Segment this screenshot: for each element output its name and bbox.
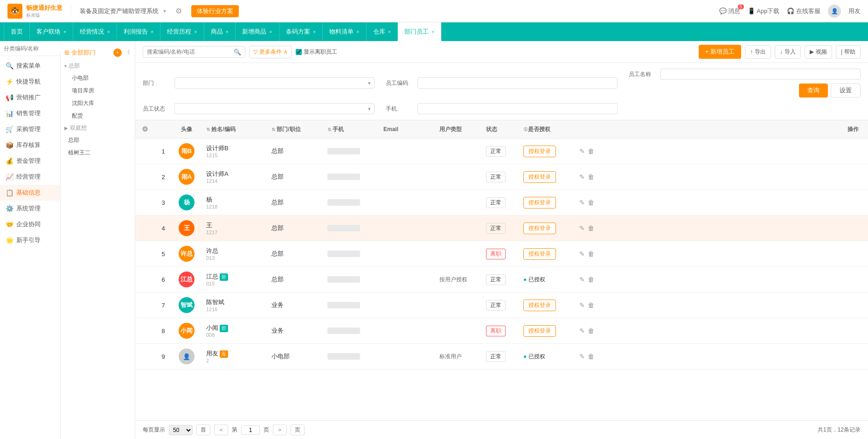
dept-item-shenyang[interactable]: 沈阳大库 bbox=[61, 97, 135, 110]
sidebar-item-marketing[interactable]: 📢 营销推广 bbox=[0, 90, 60, 105]
help-btn[interactable]: | 帮助 bbox=[836, 45, 861, 59]
last-page-btn[interactable]: 页 bbox=[291, 425, 305, 435]
close-icon[interactable]: × bbox=[313, 29, 316, 35]
nav-item-barcode[interactable]: 条码方案 × bbox=[279, 22, 323, 41]
show-resigned-cb[interactable]: 显示离职员工 bbox=[296, 48, 337, 56]
emp-status-select[interactable] bbox=[174, 103, 375, 114]
nav-item-profit[interactable]: 利润报告 × bbox=[117, 22, 160, 41]
close-icon[interactable]: × bbox=[63, 29, 66, 35]
close-icon[interactable]: × bbox=[388, 29, 391, 35]
settings-btn[interactable]: ⚙ bbox=[171, 4, 187, 18]
search-input[interactable] bbox=[147, 49, 232, 55]
phone-input[interactable] bbox=[417, 103, 618, 114]
set-btn[interactable]: 设置 bbox=[831, 84, 861, 98]
nav-item-bom[interactable]: 物料清单 × bbox=[323, 22, 366, 41]
edit-btn[interactable]: ✎ bbox=[579, 327, 585, 334]
delete-btn[interactable]: 🗑 bbox=[588, 353, 594, 360]
dept-select[interactable] bbox=[174, 77, 375, 89]
delete-btn[interactable]: 🗑 bbox=[588, 224, 594, 232]
dept-item-xiangmu[interactable]: 项目库房 bbox=[61, 84, 135, 97]
dept-item-zhishu[interactable]: 植树王二 bbox=[61, 146, 135, 159]
dept-group-zongbu[interactable]: ▾ 总部 bbox=[61, 60, 135, 72]
nav-item-history[interactable]: 经营历程 × bbox=[160, 22, 204, 41]
more-filter-btn[interactable]: ▽ 更多条件 ∧ bbox=[249, 46, 292, 58]
online-service-btn[interactable]: 🎧 在线客服 bbox=[787, 7, 820, 15]
delete-btn[interactable]: 🗑 bbox=[588, 250, 594, 258]
edit-btn[interactable]: ✎ bbox=[579, 250, 585, 258]
sidebar-item-search[interactable]: 🔍 搜索菜单 bbox=[0, 58, 60, 74]
dept-item-peihuo[interactable]: 配货 bbox=[61, 110, 135, 122]
prev-page-btn[interactable]: ＜ bbox=[214, 425, 228, 435]
nav-item-goods[interactable]: 商品 × bbox=[204, 22, 236, 41]
close-icon[interactable]: × bbox=[356, 29, 359, 35]
nav-item-home[interactable]: 首页 bbox=[4, 22, 30, 41]
edit-btn[interactable]: ✎ bbox=[579, 173, 585, 181]
delete-btn[interactable]: 🗑 bbox=[588, 276, 594, 283]
close-icon[interactable]: × bbox=[107, 29, 110, 35]
page-number-input[interactable] bbox=[241, 425, 260, 435]
edit-btn[interactable]: ✎ bbox=[579, 353, 585, 360]
sidebar-item-collab[interactable]: 🤝 企业协同 bbox=[0, 216, 60, 232]
view-btn[interactable]: ▶ 视频 bbox=[805, 45, 832, 59]
th-name-code[interactable]: ⇅ 姓名/编码 bbox=[201, 120, 266, 139]
collapse-panel-btn[interactable]: 《 bbox=[124, 48, 131, 57]
delete-btn[interactable]: 🗑 bbox=[588, 147, 594, 155]
close-icon[interactable]: × bbox=[269, 29, 272, 35]
sidebar-item-guide[interactable]: 🌟 新手引导 bbox=[0, 232, 60, 248]
auth-btn[interactable]: 授权登录 bbox=[523, 197, 556, 209]
edit-btn[interactable]: ✎ bbox=[579, 199, 585, 206]
nav-item-new-goods[interactable]: 新增商品 × bbox=[236, 22, 279, 41]
sidebar-item-finance[interactable]: 💰 资金管理 bbox=[0, 153, 60, 169]
add-dept-btn[interactable]: + bbox=[113, 49, 122, 57]
auth-btn[interactable]: 授权登录 bbox=[523, 171, 556, 183]
auth-btn[interactable]: 授权登录 bbox=[523, 223, 556, 234]
auth-btn[interactable]: 授权登录 bbox=[523, 146, 556, 157]
edit-btn[interactable]: ✎ bbox=[579, 147, 585, 155]
first-page-btn[interactable]: 首 bbox=[196, 425, 210, 435]
edit-btn[interactable]: ✎ bbox=[579, 301, 585, 309]
show-resigned-checkbox[interactable] bbox=[296, 49, 302, 55]
auth-btn[interactable]: 授权登录 bbox=[523, 325, 556, 337]
close-icon[interactable]: × bbox=[194, 29, 197, 35]
trial-btn[interactable]: 体验行业方案 bbox=[191, 5, 239, 17]
sidebar-item-quicknav[interactable]: ⚡ 快捷导航 bbox=[0, 74, 60, 90]
close-icon[interactable]: × bbox=[226, 29, 229, 35]
delete-btn[interactable]: 🗑 bbox=[588, 199, 594, 206]
export-btn[interactable]: ↑ 导出 bbox=[745, 45, 771, 59]
msg-btn[interactable]: 💬 消息 5 bbox=[719, 7, 741, 15]
nav-item-employees[interactable]: 部门员工 × bbox=[398, 22, 441, 41]
sidebar-item-system[interactable]: ⚙️ 系统管理 bbox=[0, 201, 60, 216]
close-icon[interactable]: × bbox=[151, 29, 153, 35]
sidebar-item-purchase[interactable]: 🛒 采购管理 bbox=[0, 121, 60, 137]
sidebar-item-basic[interactable]: 📋 基础信息 bbox=[0, 185, 60, 201]
close-icon-active[interactable]: × bbox=[431, 29, 434, 35]
delete-btn[interactable]: 🗑 bbox=[588, 173, 594, 181]
app-download-btn[interactable]: 📱 App下载 bbox=[748, 7, 779, 15]
emp-name-input[interactable] bbox=[660, 69, 861, 80]
edit-btn[interactable]: ✎ bbox=[579, 276, 585, 283]
nav-item-operation[interactable]: 经营情况 × bbox=[73, 22, 117, 41]
nav-item-customer[interactable]: 客户联络 × bbox=[30, 22, 73, 41]
dept-item-xiaodianbu[interactable]: 小电部 bbox=[61, 72, 135, 84]
nav-item-warehouse[interactable]: 仓库 × bbox=[367, 22, 398, 41]
dropdown-icon[interactable]: ▾ bbox=[163, 8, 166, 14]
column-settings-icon[interactable]: ⚙ bbox=[142, 125, 148, 133]
add-employee-btn[interactable]: + 新增员工 bbox=[699, 45, 741, 59]
th-phone[interactable]: ⇅ 手机 bbox=[322, 120, 378, 139]
emp-code-input[interactable] bbox=[417, 77, 618, 89]
next-page-btn[interactable]: ＞ bbox=[273, 425, 287, 435]
sidebar-item-inventory[interactable]: 📦 库存核算 bbox=[0, 137, 60, 153]
delete-btn[interactable]: 🗑 bbox=[588, 301, 594, 309]
per-page-select[interactable]: 50 20 100 bbox=[169, 425, 193, 435]
auth-btn[interactable]: 授权登录 bbox=[523, 300, 556, 311]
import-btn[interactable]: ↓ 导入 bbox=[775, 45, 801, 59]
auth-btn[interactable]: 授权登录 bbox=[523, 248, 556, 260]
th-dept-position[interactable]: ⇅ 部门/职位 bbox=[266, 120, 322, 139]
delete-btn[interactable]: 🗑 bbox=[588, 327, 594, 334]
dept-item-zongbu[interactable]: 总部 bbox=[61, 134, 135, 146]
query-btn[interactable]: 查询 bbox=[799, 84, 828, 98]
sidebar-item-bizman[interactable]: 📈 经营管理 bbox=[0, 169, 60, 185]
dept-group-shuangling[interactable]: ▶ 双庭想 bbox=[61, 122, 135, 134]
edit-btn[interactable]: ✎ bbox=[579, 224, 585, 232]
sidebar-item-sales[interactable]: 📊 销售管理 bbox=[0, 105, 60, 121]
